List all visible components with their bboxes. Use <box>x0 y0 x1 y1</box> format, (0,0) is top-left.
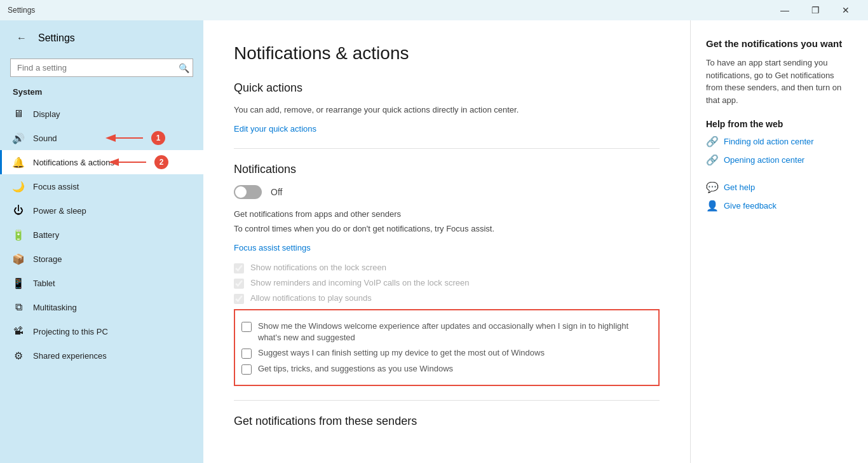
checkbox-welcome-input[interactable] <box>241 322 252 332</box>
sidebar-item-storage[interactable]: 📦 Storage <box>0 247 203 271</box>
titlebar-left: Settings <box>8 6 35 15</box>
power-icon: ⏻ <box>13 205 24 216</box>
finding-old-action-link[interactable]: 🔗 Finding old action center <box>706 135 853 148</box>
checkbox-lock-screen-input[interactable] <box>234 263 244 273</box>
edit-quick-actions-link[interactable]: Edit your quick actions <box>234 124 316 134</box>
checkbox-voip-input[interactable] <box>234 279 244 289</box>
app-title: Settings <box>8 6 35 15</box>
quick-actions-title: Quick actions <box>234 81 660 95</box>
back-button[interactable]: ← <box>13 29 31 47</box>
toggle-label: Off <box>271 187 282 197</box>
sidebar: ← Settings 🔍 System 🖥 Display 🔊 Sound 1 <box>0 20 203 463</box>
right-subtitle: Help from the web <box>706 119 853 129</box>
checkbox-tips: Get tips, tricks, and suggestions as you… <box>241 363 652 375</box>
sidebar-item-label: Sound <box>33 134 57 143</box>
main-content: Notifications & actions Quick actions Yo… <box>203 20 690 463</box>
titlebar: Settings — ❐ ✕ <box>0 0 868 20</box>
checkbox-sounds: Allow notifications to play sounds <box>234 293 660 304</box>
sidebar-item-label: Notifications & actions <box>33 158 114 167</box>
sidebar-item-battery[interactable]: 🔋 Battery <box>0 223 203 247</box>
checkbox-welcome: Show me the Windows welcome experience a… <box>241 321 652 343</box>
titlebar-controls: — ❐ ✕ <box>770 0 860 20</box>
sidebar-item-tablet[interactable]: 📱 Tablet <box>0 271 203 295</box>
focus-icon: 🌙 <box>13 181 24 192</box>
notifications-title: Notifications <box>234 163 660 176</box>
sidebar-item-shared[interactable]: ⚙ Shared experiences <box>0 343 203 368</box>
notifications-toggle[interactable] <box>234 185 262 199</box>
arrow-annotation-1 <box>102 128 153 148</box>
notifications-icon: 🔔 <box>13 156 24 168</box>
sidebar-item-label: Focus assist <box>33 182 79 191</box>
divider-2 <box>234 400 660 401</box>
checkbox-setup-input[interactable] <box>241 349 252 359</box>
sound-icon: 🔊 <box>13 132 24 144</box>
checkbox-tips-input[interactable] <box>241 364 252 375</box>
sidebar-header: ← Settings <box>0 20 203 56</box>
close-button[interactable]: ✕ <box>831 0 860 20</box>
checkbox-tips-label: Get tips, tricks, and suggestions as you… <box>258 363 453 375</box>
app-title-sidebar: Settings <box>38 32 75 44</box>
checkbox-voip: Show reminders and incoming VoIP calls o… <box>234 277 660 289</box>
opening-action-link[interactable]: 🔗 Opening action center <box>706 154 853 166</box>
notifications-toggle-row: Off <box>234 185 660 199</box>
right-panel: Get the notifications you want To have a… <box>690 20 868 463</box>
search-icon[interactable]: 🔍 <box>179 63 189 73</box>
sidebar-item-power[interactable]: ⏻ Power & sleep <box>0 198 203 223</box>
feedback-icon: 👤 <box>706 200 719 212</box>
sidebar-item-sound[interactable]: 🔊 Sound 1 <box>0 126 203 150</box>
projecting-icon: 📽 <box>13 326 24 337</box>
focus-assist-settings-link[interactable]: Focus assist settings <box>234 243 311 252</box>
display-icon: 🖥 <box>13 108 24 120</box>
get-notif-senders-title: Get notifications from these senders <box>234 415 660 428</box>
checkbox-lock-screen: Show notifications on the lock screen <box>234 262 660 273</box>
sidebar-item-label: Tablet <box>33 279 55 288</box>
sidebar-item-label: Storage <box>33 254 62 264</box>
right-section-1-desc: To have an app start sending you notific… <box>706 57 853 106</box>
notifications-get-label: Get notifications from apps and other se… <box>234 208 660 221</box>
checkbox-voip-label: Show reminders and incoming VoIP calls o… <box>250 277 469 289</box>
battery-icon: 🔋 <box>13 229 24 240</box>
storage-icon: 📦 <box>13 253 24 265</box>
badge-2: 2 <box>154 155 168 169</box>
multitasking-icon: ⧉ <box>13 301 24 313</box>
sidebar-item-label: Projecting to this PC <box>33 327 108 336</box>
shared-icon: ⚙ <box>13 350 24 361</box>
checkbox-lock-screen-label: Show notifications on the lock screen <box>250 262 386 273</box>
right-section-1-title: Get the notifications you want <box>706 38 853 49</box>
divider-1 <box>234 148 660 149</box>
sidebar-item-label: Power & sleep <box>33 206 86 216</box>
toggle-knob <box>235 186 247 198</box>
right-actions: 💬 Get help 👤 Give feedback <box>706 181 853 212</box>
tablet-icon: 📱 <box>13 277 24 289</box>
checkbox-setup: Suggest ways I can finish setting up my … <box>241 347 652 359</box>
sidebar-item-projecting[interactable]: 📽 Projecting to this PC <box>0 319 203 343</box>
get-help-link[interactable]: 💬 Get help <box>706 181 853 193</box>
search-input[interactable] <box>10 59 193 77</box>
focus-desc: To control times when you do or don't ge… <box>234 223 660 235</box>
minimize-button[interactable]: — <box>770 0 799 20</box>
sidebar-item-notifications[interactable]: 🔔 Notifications & actions 2 <box>0 150 203 174</box>
checkbox-setup-label: Suggest ways I can finish setting up my … <box>258 347 545 359</box>
sidebar-item-display[interactable]: 🖥 Display <box>0 102 203 126</box>
link-icon-2: 🔗 <box>706 154 719 166</box>
active-checkboxes-box: Show me the Windows welcome experience a… <box>234 309 660 386</box>
link-icon-1: 🔗 <box>706 135 719 148</box>
checkbox-welcome-label: Show me the Windows welcome experience a… <box>258 321 652 343</box>
sidebar-item-label: Multitasking <box>33 303 77 312</box>
quick-actions-desc: You can add, remove, or rearrange your q… <box>234 104 660 116</box>
sidebar-item-multitasking[interactable]: ⧉ Multitasking <box>0 295 203 319</box>
right-section-2: Help from the web 🔗 Finding old action c… <box>706 119 853 166</box>
app-container: ← Settings 🔍 System 🖥 Display 🔊 Sound 1 <box>0 20 868 463</box>
right-section-1: Get the notifications you want To have a… <box>706 38 853 106</box>
system-label: System <box>0 85 203 102</box>
sidebar-item-label: Battery <box>33 230 59 240</box>
get-help-icon: 💬 <box>706 181 719 193</box>
maximize-button[interactable]: ❐ <box>801 0 830 20</box>
sidebar-item-label: Display <box>33 109 60 119</box>
search-box: 🔍 <box>10 59 193 77</box>
sidebar-item-focus[interactable]: 🌙 Focus assist <box>0 174 203 198</box>
give-feedback-link[interactable]: 👤 Give feedback <box>706 200 853 212</box>
checkbox-sounds-input[interactable] <box>234 294 244 304</box>
badge-1: 1 <box>151 131 165 145</box>
sidebar-item-label: Shared experiences <box>33 351 107 361</box>
